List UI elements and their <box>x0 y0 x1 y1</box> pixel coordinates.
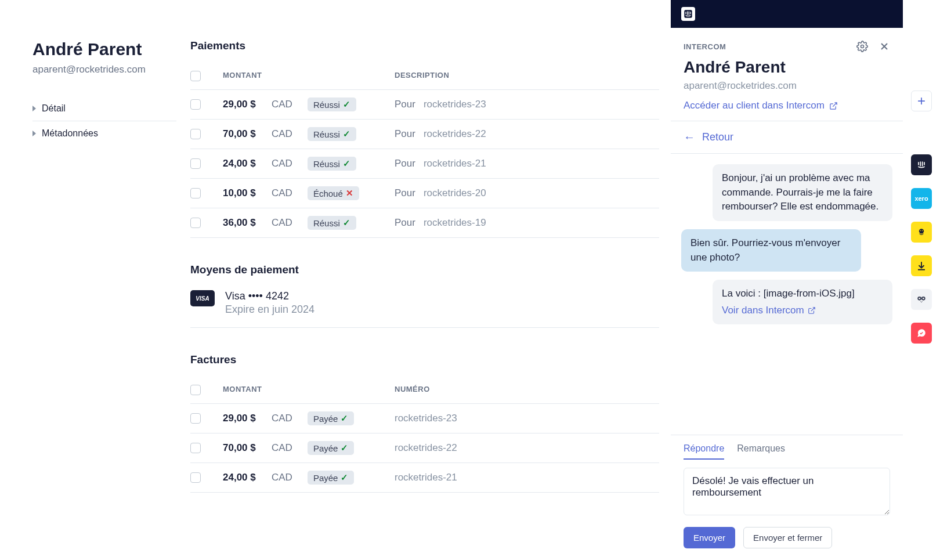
row-checkbox[interactable] <box>190 99 201 110</box>
desc-label: Pour <box>395 217 415 229</box>
select-all-checkbox[interactable] <box>190 71 201 81</box>
amount-value: 24,00 $ <box>223 472 265 483</box>
status-badge: Payée ✓ <box>308 441 355 455</box>
table-row[interactable]: 24,00 $ CAD Payée ✓ rocketrides-21 <box>190 463 659 493</box>
svg-point-3 <box>919 229 924 233</box>
rail-chat-icon[interactable] <box>911 323 932 344</box>
currency-label: CAD <box>272 187 292 199</box>
chat-message-customer: La voici : [image-from-iOS.jpg] Voir dan… <box>713 280 892 324</box>
rail-owl-icon[interactable] <box>911 289 932 310</box>
ref-id: rocketrides-23 <box>395 413 457 424</box>
amount-value: 36,00 $ <box>223 217 265 229</box>
currency-label: CAD <box>272 413 292 424</box>
amount-value: 29,00 $ <box>223 99 265 110</box>
sidebar-item-detail[interactable]: Détail <box>32 96 176 121</box>
row-checkbox[interactable] <box>190 472 201 483</box>
check-icon: ✓ <box>341 472 348 483</box>
table-row[interactable]: 70,00 $ CAD Payée ✓ rocketrides-22 <box>190 433 659 463</box>
visa-icon: VISA <box>190 290 215 306</box>
status-badge: Réussi ✓ <box>308 216 356 230</box>
intercom-logo-icon <box>681 7 695 21</box>
desc-label: Pour <box>395 128 415 140</box>
column-amount: Montant <box>223 71 395 81</box>
row-checkbox[interactable] <box>190 129 201 139</box>
currency-label: CAD <box>272 472 292 483</box>
intercom-eyebrow: Intercom <box>684 42 726 51</box>
ref-id: rocketrides-20 <box>424 187 486 199</box>
currency-label: CAD <box>272 158 292 169</box>
currency-label: CAD <box>272 128 292 140</box>
app-rail: + xero <box>903 0 940 560</box>
ref-id: rocketrides-22 <box>395 442 457 454</box>
column-number: Numéro <box>395 385 659 395</box>
rail-xero-icon[interactable]: xero <box>911 188 932 209</box>
add-app-button[interactable]: + <box>911 91 932 111</box>
open-in-intercom-link[interactable]: Accéder au client dans Intercom <box>684 100 890 111</box>
sidebar-item-metadata[interactable]: Métadonnées <box>32 121 176 146</box>
check-icon: ✓ <box>343 129 350 139</box>
amount-value: 70,00 $ <box>223 442 265 454</box>
invoices-section: Factures Montant Numéro 29,00 $ CAD Payé… <box>190 353 659 493</box>
sidebar-item-label: Détail <box>42 103 66 114</box>
intercom-customer-name: André Parent <box>684 58 890 77</box>
arrow-left-icon: ← <box>684 131 695 144</box>
row-checkbox[interactable] <box>190 188 201 198</box>
tab-reply[interactable]: Répondre <box>684 443 724 460</box>
payments-section: Paiements Montant Description 29,00 $ CA… <box>190 39 659 238</box>
card-expiry: Expire en juin 2024 <box>225 304 314 316</box>
tab-notes[interactable]: Remarques <box>737 443 785 460</box>
table-row[interactable]: 36,00 $ CAD Réussi ✓ Pour rocketrides-19 <box>190 208 659 238</box>
intercom-customer-email: aparent@rocketrides.com <box>684 80 890 92</box>
desc-label: Pour <box>395 158 415 169</box>
reply-input[interactable] <box>684 468 890 515</box>
row-checkbox[interactable] <box>190 413 201 424</box>
rail-download-icon[interactable] <box>911 255 932 276</box>
row-checkbox[interactable] <box>190 443 201 453</box>
status-badge: Réussi ✓ <box>308 157 356 171</box>
check-icon: ✓ <box>343 158 350 169</box>
customer-email: aparent@rocketrides.com <box>32 64 176 75</box>
check-icon: ✓ <box>343 218 350 228</box>
chevron-right-icon <box>32 131 36 136</box>
chat-message-customer: Bonjour, j'ai un problème avec ma comman… <box>713 164 892 221</box>
close-icon[interactable] <box>878 41 890 52</box>
currency-label: CAD <box>272 217 292 229</box>
payment-methods-section: Moyens de paiement VISA Visa •••• 4242 E… <box>190 263 659 328</box>
ref-id: rocketrides-19 <box>424 217 486 229</box>
intercom-titlebar <box>671 0 903 28</box>
status-badge: Échoué ✕ <box>308 186 359 200</box>
select-all-checkbox[interactable] <box>190 385 201 395</box>
card-label: Visa •••• 4242 <box>225 290 314 302</box>
external-link-icon <box>829 102 838 110</box>
send-and-close-button[interactable]: Envoyer et fermer <box>743 527 832 548</box>
svg-point-5 <box>922 230 923 232</box>
main-content: Paiements Montant Description 29,00 $ CA… <box>190 0 671 560</box>
message-text: La voici : [image-from-iOS.jpg] <box>722 287 883 301</box>
external-link-icon <box>808 306 816 315</box>
column-amount: Montant <box>223 385 395 395</box>
row-checkbox[interactable] <box>190 158 201 169</box>
svg-point-4 <box>920 230 921 232</box>
rail-mailchimp-icon[interactable] <box>911 222 932 243</box>
currency-label: CAD <box>272 442 292 454</box>
view-in-intercom-link[interactable]: Voir dans Intercom <box>722 304 816 318</box>
desc-label: Pour <box>395 187 415 199</box>
table-row[interactable]: 29,00 $ CAD Réussi ✓ Pour rocketrides-23 <box>190 90 659 120</box>
gear-icon[interactable] <box>856 41 868 52</box>
payment-method-card[interactable]: VISA Visa •••• 4242 Expire en juin 2024 <box>190 290 659 328</box>
svg-point-8 <box>919 298 920 299</box>
row-checkbox[interactable] <box>190 218 201 228</box>
payments-table-head: Montant Description <box>190 63 659 90</box>
table-row[interactable]: 70,00 $ CAD Réussi ✓ Pour rocketrides-22 <box>190 120 659 149</box>
table-row[interactable]: 10,00 $ CAD Échoué ✕ Pour rocketrides-20 <box>190 179 659 208</box>
back-button[interactable]: ← Retour <box>671 121 903 154</box>
send-button[interactable]: Envoyer <box>684 527 735 548</box>
column-description: Description <box>395 71 659 81</box>
amount-value: 70,00 $ <box>223 128 265 140</box>
desc-label: Pour <box>395 99 415 110</box>
table-row[interactable]: 29,00 $ CAD Payée ✓ rocketrides-23 <box>190 404 659 433</box>
ref-id: rocketrides-22 <box>424 128 486 140</box>
rail-intercom-icon[interactable] <box>911 154 932 175</box>
ref-id: rocketrides-23 <box>424 99 486 110</box>
table-row[interactable]: 24,00 $ CAD Réussi ✓ Pour rocketrides-21 <box>190 149 659 179</box>
